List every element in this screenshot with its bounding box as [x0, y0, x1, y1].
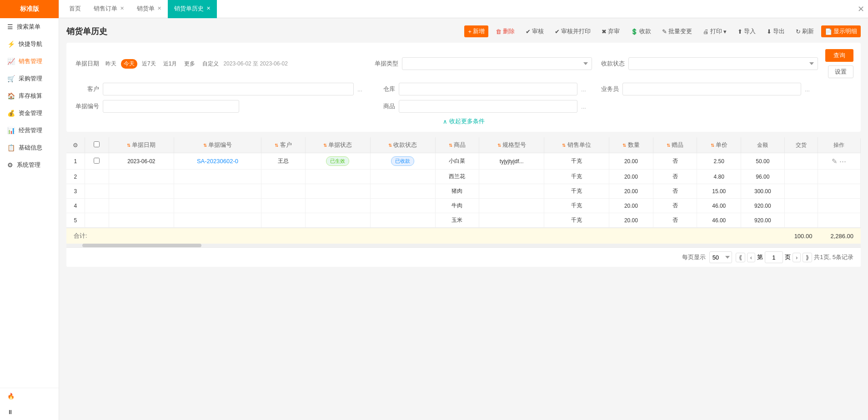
th-doc-status[interactable]: ⇅ 单据状态 — [305, 137, 370, 153]
more-action[interactable]: ⋯ — [839, 157, 846, 165]
sidebar-item-purchase[interactable]: 🛒 采购管理 — [0, 70, 59, 87]
cell-price: 4.80 — [697, 170, 741, 184]
sidebar-item-inventory[interactable]: 🏠 库存核算 — [0, 87, 59, 105]
query-button[interactable]: 查询 — [825, 49, 853, 62]
month-btn[interactable]: 近1月 — [161, 59, 180, 69]
th-customer[interactable]: ⇅ 客户 — [261, 137, 306, 153]
custom-btn[interactable]: 自定义 — [200, 59, 221, 69]
tab-home[interactable]: 首页 — [63, 0, 87, 18]
goods-input[interactable] — [399, 100, 577, 113]
customer-label: 客户 — [74, 85, 99, 93]
cell-checkbox[interactable] — [85, 153, 109, 170]
week-btn[interactable]: 近7天 — [139, 59, 159, 69]
cell-checkbox[interactable] — [85, 199, 109, 213]
audit-print-button[interactable]: ✔ 审核并打印 — [551, 25, 594, 37]
cell-checkbox[interactable] — [85, 184, 109, 199]
tab-sales-history[interactable]: 销货单历史 ✕ — [168, 0, 217, 18]
page-size-select[interactable]: 50 20 100 — [709, 251, 732, 263]
th-goods[interactable]: ⇅ 商品 — [435, 137, 479, 153]
doc-type-select[interactable] — [402, 57, 592, 70]
more-btn[interactable]: 更多 — [181, 59, 198, 69]
first-page-btn[interactable]: ⟪ — [736, 253, 745, 262]
th-checkbox[interactable] — [85, 137, 109, 153]
sidebar-item-sales[interactable]: 📈 销售管理 — [0, 53, 59, 70]
doc-no-link[interactable]: SA-20230602-0 — [197, 158, 238, 165]
import-button[interactable]: ⬆ 导入 — [734, 25, 759, 37]
print-button[interactable]: 🖨 打印 ▾ — [699, 25, 730, 37]
cell-date — [109, 184, 174, 199]
row-checkbox[interactable] — [94, 158, 100, 164]
th-gift[interactable]: ⇅ 赠品 — [653, 137, 697, 153]
th-price[interactable]: ⇅ 单价 — [697, 137, 741, 153]
sidebar-bottom-pause[interactable]: ⏸ — [0, 404, 59, 420]
sidebar-item-system[interactable]: ⚙ 系统管理 — [0, 156, 59, 174]
th-unit[interactable]: ⇅ 销售单位 — [544, 137, 609, 153]
cell-spec — [479, 184, 544, 199]
refresh-button[interactable]: ↻ 刷新 — [792, 25, 818, 37]
table-row: 5 玉米 千克 20.00 否 46.00 920.00 — [66, 213, 861, 228]
cell-checkbox[interactable] — [85, 170, 109, 184]
settings-icon: ⚙ — [73, 142, 78, 149]
sidebar-item-finance[interactable]: 💰 资金管理 — [0, 105, 59, 122]
add-button[interactable]: + 新增 — [464, 25, 488, 37]
sidebar-logo: 标准版 — [0, 0, 59, 18]
cell-trade — [784, 184, 818, 199]
sidebar-item-label: 搜索菜单 — [17, 23, 40, 31]
prev-page-btn[interactable]: ‹ — [747, 253, 755, 262]
th-doc-no[interactable]: ⇅ 单据编号 — [174, 137, 261, 153]
goods-dots[interactable]: ... — [581, 103, 586, 110]
edit-action[interactable]: ✎ — [832, 157, 838, 165]
audit-button[interactable]: ✔ 审核 — [522, 25, 547, 37]
scrollbar-track[interactable] — [66, 244, 861, 247]
scrollbar-thumb[interactable] — [82, 244, 201, 247]
sidebar-item-operation[interactable]: 📊 经营管理 — [0, 122, 59, 139]
sidebar-bottom-fire[interactable]: 🔥 — [0, 388, 59, 404]
close-all-tabs[interactable]: ✕ — [858, 4, 864, 14]
th-settings[interactable]: ⚙ — [66, 137, 85, 153]
collapse-button[interactable]: ∧ 收起更多条件 — [74, 117, 853, 125]
th-spec[interactable]: ⇅ 规格型号 — [479, 137, 544, 153]
sidebar-item-basic[interactable]: 📋 基础信息 — [0, 139, 59, 156]
collect-status-select[interactable] — [628, 57, 818, 70]
last-page-btn[interactable]: ⟫ — [803, 253, 812, 262]
sidebar-item-search-menu[interactable]: ☰ 搜索菜单 — [0, 18, 59, 35]
table-row: 2 西兰花 千克 20.00 否 4.80 96.00 — [66, 170, 861, 184]
yesterday-btn[interactable]: 昨天 — [103, 59, 119, 69]
display-detail-button[interactable]: 📄 显示明细 — [821, 25, 861, 37]
tab-sales-delivery[interactable]: 销货单 ✕ — [130, 0, 168, 18]
warehouse-dots[interactable]: ... — [581, 86, 586, 93]
page-input[interactable] — [765, 251, 783, 263]
tab-sales-delivery-close[interactable]: ✕ — [157, 5, 161, 11]
toolbar: + 新增 🗑 删除 ✔ 审核 ✔ 审核并打印 ✖ 弃审 — [464, 25, 861, 37]
th-date[interactable]: ⇅ 单据日期 — [109, 137, 174, 153]
abandon-button[interactable]: ✖ 弃审 — [598, 25, 623, 37]
cell-checkbox[interactable] — [85, 213, 109, 228]
add-icon: + — [468, 28, 472, 35]
table-footer: 合计: 100.00 2,286.00 — [66, 228, 861, 244]
th-collect-status[interactable]: ⇅ 收款状态 — [370, 137, 435, 153]
export-button[interactable]: ⬇ 导出 — [763, 25, 788, 37]
collect-button[interactable]: 💲 收款 — [627, 25, 655, 37]
warehouse-input[interactable] — [399, 83, 577, 95]
th-qty[interactable]: ⇅ 数量 — [609, 137, 653, 153]
set-button[interactable]: 设置 — [828, 65, 853, 78]
cell-qty: 20.00 — [609, 170, 653, 184]
customer-input[interactable] — [103, 83, 354, 95]
delete-button[interactable]: 🗑 删除 — [492, 25, 518, 37]
doc-no-input[interactable] — [103, 100, 239, 113]
select-all-checkbox[interactable] — [94, 141, 100, 147]
th-actions: 操作 — [818, 137, 860, 153]
sidebar-item-quick-nav[interactable]: ⚡ 快捷导航 — [0, 35, 59, 53]
staff-dots[interactable]: ... — [805, 86, 810, 93]
tab-sales-history-close[interactable]: ✕ — [206, 5, 211, 11]
staff-input[interactable] — [622, 83, 801, 95]
tab-sales-order-close[interactable]: ✕ — [120, 5, 124, 11]
cell-goods: 小白菜 — [435, 153, 479, 170]
sidebar-item-label: 资金管理 — [19, 109, 42, 117]
next-page-btn[interactable]: › — [793, 253, 801, 262]
sort-gift-icon: ⇅ — [667, 143, 670, 148]
customer-dots[interactable]: ... — [357, 86, 362, 93]
today-btn[interactable]: 今天 — [121, 59, 137, 69]
tab-sales-order[interactable]: 销售订单 ✕ — [87, 0, 130, 18]
batch-change-button[interactable]: ✎ 批量变更 — [658, 25, 696, 37]
